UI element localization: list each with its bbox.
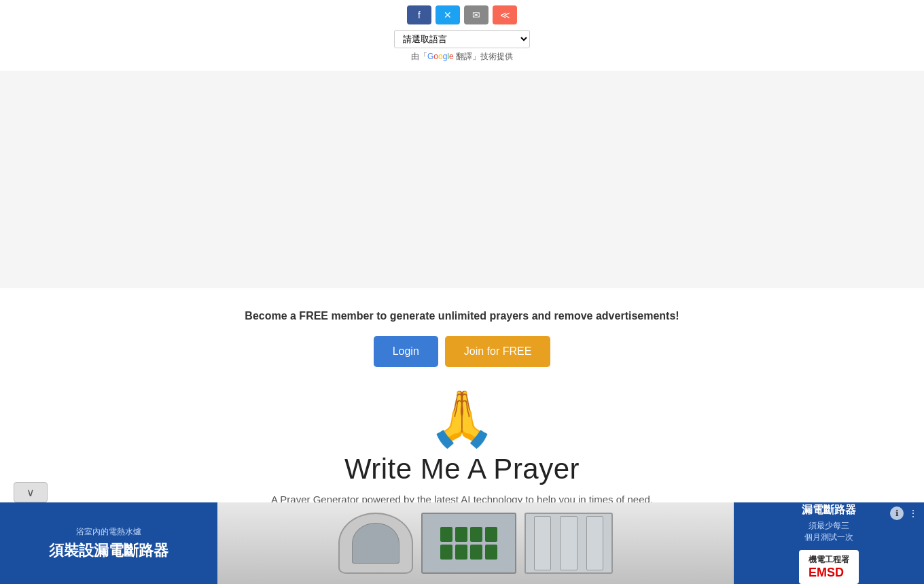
- circuit-breaker-panel: [525, 513, 613, 574]
- share-icon: ≪: [500, 10, 510, 20]
- bottom-ad-inner: 浴室內的電熱水爐 須裝設漏電斷路器: [0, 502, 924, 584]
- panel-cell-3: [470, 527, 482, 542]
- collapse-ad-button[interactable]: ∨: [14, 482, 48, 502]
- panel-cell-5: [440, 545, 452, 560]
- heater-body: [352, 523, 399, 564]
- water-heater: [338, 513, 413, 574]
- ad-left-main-text: 須裝設漏電斷路器: [49, 540, 168, 561]
- google-g-blue: G: [427, 52, 433, 61]
- ad-info-button[interactable]: ℹ: [890, 506, 904, 520]
- membership-promo-text: Become a FREE member to generate unlimit…: [14, 310, 910, 322]
- panel-cell-1: [440, 527, 452, 542]
- panel-cell-4: [485, 527, 497, 542]
- email-icon: ✉: [472, 10, 480, 20]
- panel-grid: [435, 521, 503, 565]
- join-free-button[interactable]: Join for FREE: [445, 336, 551, 367]
- twitter-share-button[interactable]: ✕: [436, 5, 460, 24]
- site-title: Write Me A Prayer: [14, 453, 910, 485]
- ad-right-subtext: 須最少每三個月測試一次: [804, 520, 853, 543]
- bottom-ad-banner: 浴室內的電熱水爐 須裝設漏電斷路器: [0, 502, 924, 584]
- circuit-breaker-1: [534, 516, 551, 570]
- language-select-wrap: 請選取語言 English 中文 日本語 한국어 Español Françai…: [394, 30, 530, 48]
- panel-cell-7: [470, 545, 482, 560]
- ad-left-section: 浴室內的電熱水爐 須裝設漏電斷路器: [0, 502, 217, 584]
- top-bar: f ✕ ✉ ≪ 請選取語言 English 中文 日本語 한국어 Español…: [0, 0, 924, 71]
- cta-buttons: Login Join for FREE: [14, 336, 910, 367]
- panel-cell-8: [485, 545, 497, 560]
- language-select[interactable]: 請選取語言 English 中文 日本語 한국어 Español Françai…: [394, 30, 530, 48]
- facebook-icon: f: [418, 10, 421, 20]
- chevron-down-icon: ∨: [26, 486, 35, 499]
- circuit-breaker-3: [586, 516, 603, 570]
- google-g-red2: e: [449, 52, 454, 61]
- ad-right-text: 漏電斷路器: [802, 503, 856, 517]
- google-g-red: o: [433, 52, 438, 61]
- circuit-breaker-2: [560, 516, 577, 570]
- ad-space: [0, 71, 924, 288]
- electrical-equipment: [338, 513, 613, 574]
- panel-cell-2: [455, 527, 467, 542]
- prayer-emoji: 🙏: [14, 392, 910, 446]
- electrical-panel: [421, 513, 516, 574]
- facebook-share-button[interactable]: f: [407, 5, 431, 24]
- google-g-yellow: o: [438, 52, 443, 61]
- twitter-icon: ✕: [444, 10, 452, 20]
- ad-middle-section: [217, 502, 734, 584]
- panel-cell-6: [455, 545, 467, 560]
- email-share-button[interactable]: ✉: [464, 5, 488, 24]
- social-buttons: f ✕ ✉ ≪: [407, 5, 517, 24]
- sharethis-button[interactable]: ≪: [493, 5, 517, 24]
- ad-right-logo: 機電工程署 EMSD: [799, 550, 859, 584]
- login-button[interactable]: Login: [374, 336, 438, 367]
- translate-credit: 由「Google 翻譯」技術提供: [411, 51, 513, 63]
- membership-section: Become a FREE member to generate unlimit…: [0, 288, 924, 532]
- ad-left-small-text: 浴室內的電熱水爐: [76, 526, 141, 538]
- ad-close-button[interactable]: ⋮: [906, 506, 920, 520]
